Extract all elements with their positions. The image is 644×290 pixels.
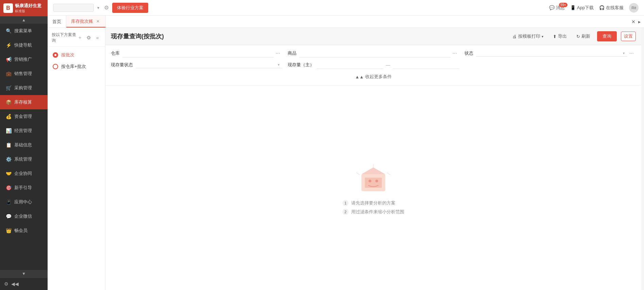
more-tabs-icon[interactable]: ▸ <box>638 19 641 24</box>
topbar-gear-icon[interactable]: ⚙ <box>104 4 109 11</box>
scheme-active-icon <box>52 52 58 58</box>
svg-point-4 <box>369 180 371 182</box>
chat-icon: 💬 <box>5 213 12 219</box>
status-more-icon[interactable]: ··· <box>627 50 636 56</box>
svg-line-6 <box>356 173 360 175</box>
sidebar-item-collab[interactable]: 🤝 企业协同 <box>0 166 48 181</box>
online-support-item[interactable]: 🎧 在线客服 <box>599 5 624 11</box>
print-dropdown-icon[interactable]: ▾ <box>542 35 543 38</box>
stock-status-chevron-icon: ▾ <box>278 63 279 67</box>
sidebar-item-sales[interactable]: 💼 销售管理 <box>0 67 48 81</box>
empty-hints: 1 请先选择要分析的方案 2 用过滤条件来缩小分析范围 <box>342 200 404 215</box>
warehouse-input[interactable] <box>122 49 274 57</box>
trial-btn[interactable]: 体验行业方案 <box>112 3 148 13</box>
filter-row-2: 现存量状态 ▾ 现存量（主） — <box>111 61 636 69</box>
filter-stock-status: 现存量状态 ▾ <box>111 61 282 68</box>
lightning-icon: ⚡ <box>5 42 12 48</box>
scheme-list: 按批次 按仓库+批次 <box>48 47 105 75</box>
headset-icon: 🎧 <box>599 5 605 10</box>
refresh-btn[interactable]: ↻ 刷新 <box>574 32 593 41</box>
handshake-icon: 🤝 <box>5 170 12 177</box>
close-tab-icon[interactable]: ✕ <box>631 19 635 24</box>
sidebar-item-basic-info[interactable]: 📋 基础信息 <box>0 138 48 152</box>
collapse-btn[interactable]: ▲▲ 收起更多条件 <box>351 72 396 81</box>
status-dropdown[interactable]: ▾ <box>476 50 627 57</box>
settings-btn[interactable]: 设置 <box>621 32 636 41</box>
sidebar-item-inventory[interactable]: 📦 库存核算 <box>0 95 48 109</box>
tab-home[interactable]: 首页 <box>48 16 66 28</box>
svg-point-5 <box>375 180 378 182</box>
topbar-right: 💬 消息 99+ 📱 App下载 🎧 在线客服 Rit <box>549 3 639 13</box>
print-icon: 🖨 <box>512 34 517 39</box>
empty-illustration <box>353 161 394 195</box>
sidebar-item-finance[interactable]: 💰 资金管理 <box>0 109 48 124</box>
scheme-item-batch[interactable]: 按批次 <box>48 49 105 61</box>
empty-hint-1: 1 请先选择要分析的方案 <box>342 200 404 206</box>
left-panel-header: 按以下方案查询 ＋ « <box>48 28 105 47</box>
gear-icon: ⚙️ <box>5 156 12 162</box>
right-scrollbar <box>641 28 644 290</box>
export-btn[interactable]: ⬆ 导出 <box>550 32 570 41</box>
topbar: ▾ ⚙ 体验行业方案 💬 消息 99+ 📱 App下载 🎧 在线客服 Rit <box>48 0 644 16</box>
app-logo: B <box>3 3 13 13</box>
sidebar-item-marketing[interactable]: 📢 营销推广 <box>0 52 48 67</box>
collapse-up-icon: ▲▲ <box>355 74 364 79</box>
filter-warehouse: 仓库 ··· <box>111 49 282 57</box>
phone-icon: 📱 <box>5 199 12 205</box>
sidebar-item-newbie[interactable]: 🎯 新手引导 <box>0 181 48 195</box>
collapse-panel-icon[interactable]: « <box>94 34 101 41</box>
scroll-down-btn[interactable]: ▼ <box>22 271 26 276</box>
user-avatar-item[interactable]: Rit <box>629 3 639 13</box>
stock-qty-min-input[interactable] <box>317 61 383 69</box>
product-more-icon[interactable]: ··· <box>451 50 459 56</box>
app-download-item[interactable]: 📱 App下载 <box>570 5 594 11</box>
sidebar-item-member[interactable]: 👑 畅会员 <box>0 223 48 238</box>
filter-row-1: 仓库 ··· 商品 ··· 状态 ▾ <box>111 49 636 57</box>
sidebar-item-wechat[interactable]: 💬 企业微信 <box>0 209 48 223</box>
sidebar-scroll-up[interactable]: ▲ <box>0 16 48 24</box>
collapse-sidebar-icon[interactable]: ◀◀ <box>11 281 19 287</box>
svg-marker-2 <box>361 167 385 174</box>
warehouse-more-icon[interactable]: ··· <box>274 50 282 56</box>
right-panel: 现存量查询(按批次) 🖨 按模板打印 ▾ ⬆ 导出 ↻ 刷新 <box>105 28 641 290</box>
sidebar-footer: ⚙ ◀◀ <box>0 277 48 290</box>
sidebar: B 畅康通好生意 标准版 ▲ 🔍 搜索菜单 ⚡ 快捷导航 📢 营销推广 💼 销售… <box>0 0 48 290</box>
collapse-row: ▲▲ 收起更多条件 <box>111 72 636 81</box>
sidebar-item-system[interactable]: ⚙️ 系统管理 <box>0 152 48 166</box>
add-scheme-icon[interactable]: ＋ <box>77 34 83 41</box>
print-btn[interactable]: 🖨 按模板打印 ▾ <box>510 32 546 41</box>
money-icon: 💰 <box>5 113 12 120</box>
filter-stock-qty: 现存量（主） — <box>288 61 459 69</box>
sidebar-scroll-down[interactable]: ▼ <box>0 270 48 277</box>
product-input[interactable] <box>299 49 451 57</box>
scheme-item-warehouse-batch[interactable]: 按仓库+批次 <box>48 61 105 72</box>
sidebar-item-quicknav[interactable]: ⚡ 快捷导航 <box>0 38 48 52</box>
tabbar-right: ✕ ▸ <box>631 19 644 24</box>
left-panel: 按以下方案查询 ＋ « 按批次 <box>48 28 105 290</box>
sidebar-item-search[interactable]: 🔍 搜索菜单 <box>0 24 48 38</box>
empty-state: 1 请先选择要分析的方案 2 用过滤条件来缩小分析范围 <box>342 161 404 215</box>
tab-inventory-batch[interactable]: 库存批次账 ✕ <box>66 16 106 28</box>
main-area: ▾ ⚙ 体验行业方案 💬 消息 99+ 📱 App下载 🎧 在线客服 Rit <box>48 0 644 290</box>
scheme-settings-icon[interactable] <box>85 34 92 41</box>
search-icon: 🔍 <box>5 28 12 34</box>
sidebar-nav: 🔍 搜索菜单 ⚡ 快捷导航 📢 营销推广 💼 销售管理 🛒 采购管理 📦 库存核… <box>0 24 48 270</box>
stock-qty-max-input[interactable] <box>393 61 459 69</box>
sidebar-item-purchase[interactable]: 🛒 采购管理 <box>0 81 48 95</box>
stock-status-dropdown[interactable]: ▾ <box>136 61 282 68</box>
download-icon: 📱 <box>570 5 576 10</box>
settings-footer-icon[interactable]: ⚙ <box>4 281 9 287</box>
sidebar-item-operations[interactable]: 📊 经营管理 <box>0 124 48 138</box>
filter-status: 状态 ▾ ··· <box>464 50 636 57</box>
tab-close-icon[interactable]: ✕ <box>95 19 101 24</box>
scroll-up-btn[interactable]: ▲ <box>22 18 26 22</box>
sidebar-header: B 畅康通好生意 标准版 <box>0 0 48 16</box>
topbar-chevron-icon[interactable]: ▾ <box>97 5 99 10</box>
message-item[interactable]: 💬 消息 99+ <box>549 5 565 11</box>
megaphone-icon: 📢 <box>5 56 12 62</box>
sidebar-item-appstore[interactable]: 📱 应用中心 <box>0 195 48 209</box>
chart-icon: 📊 <box>5 128 12 134</box>
topbar-search-input[interactable] <box>53 4 94 12</box>
query-btn[interactable]: 查询 <box>597 31 617 41</box>
crown-icon: 👑 <box>5 228 12 234</box>
